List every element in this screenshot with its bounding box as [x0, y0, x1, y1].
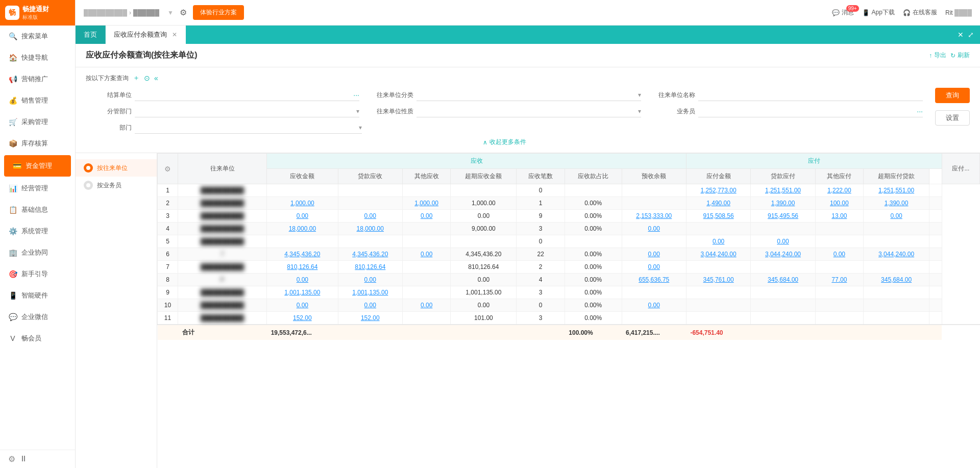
- sidebar-item-smart-hw[interactable]: 📱 智能硬件: [0, 285, 75, 306]
- gear-icon[interactable]: ⚙: [180, 8, 187, 17]
- cell-ar-amount[interactable]: 810,126.64: [267, 261, 338, 274]
- tab-home[interactable]: 首页: [76, 26, 106, 44]
- cell-prepay[interactable]: 0.00: [622, 299, 686, 312]
- cell-ap-amount[interactable]: 1,490.00: [686, 197, 750, 210]
- cell-loan-ap[interactable]: 3,044,240.00: [751, 248, 815, 261]
- filter-collapse-button[interactable]: «: [154, 74, 158, 82]
- cell-other-ap[interactable]: 77.00: [815, 274, 863, 286]
- app-download-button[interactable]: 📱 App下载: [862, 8, 895, 17]
- cell-overdue-ap[interactable]: 1,390.00: [864, 197, 929, 210]
- cell-ar-amount[interactable]: 18,000.00: [267, 223, 338, 235]
- sidebar-item-newbie[interactable]: 🎯 新手引导: [0, 263, 75, 285]
- settlement-unit-dots[interactable]: ···: [353, 91, 359, 99]
- cell-overdue-ap[interactable]: 3,044,240.00: [864, 248, 929, 261]
- left-panel-item-by-unit[interactable]: 按往来单位: [76, 159, 157, 177]
- refresh-button[interactable]: ↻ 刷新: [950, 51, 970, 60]
- salesman-dots[interactable]: ···: [917, 107, 923, 115]
- cell-ar-amount[interactable]: 1,000.00: [267, 197, 338, 210]
- cell-prepay[interactable]: 0.00: [622, 223, 686, 235]
- sidebar-item-enterprise[interactable]: 🏢 企业协同: [0, 242, 75, 263]
- cell-ap-amount[interactable]: 0.00: [686, 235, 750, 248]
- sidebar-item-sales[interactable]: 💰 销售管理: [0, 90, 75, 111]
- cell-other-ap[interactable]: 13.00: [815, 210, 863, 223]
- cell-prepay[interactable]: 655,636.75: [622, 274, 686, 286]
- filter-add-button[interactable]: ＋: [133, 73, 140, 83]
- cell-other-ar[interactable]: 0.00: [402, 248, 450, 261]
- cell-loan-ap[interactable]: 345,684.00: [751, 274, 815, 286]
- filter-target-button[interactable]: ⊙: [144, 74, 150, 82]
- cell-other-ar[interactable]: 0.00: [402, 210, 450, 223]
- sidebar-item-base-info[interactable]: 📋 基础信息: [0, 199, 75, 220]
- cell-loan-ar[interactable]: 0.00: [338, 274, 402, 286]
- cell-loan-ap[interactable]: 0.00: [751, 235, 815, 248]
- unit-name-input[interactable]: [698, 89, 923, 101]
- table-container[interactable]: ⚙ 往来单位 应收 应付 应付... 应收金额 贷款应收 其他应收: [157, 153, 980, 468]
- left-panel-item-by-salesman[interactable]: 按业务员: [76, 177, 157, 194]
- cell-prepay[interactable]: 0.00: [622, 248, 686, 261]
- cell-loan-ar[interactable]: 810,126.64: [338, 261, 402, 274]
- settings-bottom-button[interactable]: ⚙: [8, 454, 15, 464]
- th-settings[interactable]: ⚙: [158, 154, 178, 184]
- cell-other-ar[interactable]: 0.00: [402, 299, 450, 312]
- sidebar-item-quick-nav[interactable]: 🏠 快捷导航: [0, 47, 75, 68]
- user-info[interactable]: Rit ████: [945, 9, 972, 16]
- settings-button[interactable]: 设置: [935, 110, 970, 126]
- cell-ap-amount[interactable]: 915,508.56: [686, 210, 750, 223]
- cell-loan-ap[interactable]: 915,495.56: [751, 210, 815, 223]
- cell-loan-ar[interactable]: 0.00: [338, 210, 402, 223]
- maximize-button[interactable]: ⤢: [968, 31, 974, 39]
- cell-overdue-ap[interactable]: 345,684.00: [864, 274, 929, 286]
- cell-ar-amount[interactable]: 0.00: [267, 210, 338, 223]
- settlement-unit-input[interactable]: ···: [135, 89, 359, 101]
- unit-category-input[interactable]: ▾: [416, 89, 641, 101]
- department-input[interactable]: ▾: [135, 121, 362, 134]
- cell-ar-amount[interactable]: 0.00: [267, 274, 338, 286]
- solution-button[interactable]: 体验行业方案: [193, 5, 244, 20]
- cell-other-ap[interactable]: 0.00: [815, 248, 863, 261]
- sidebar-item-system[interactable]: ⚙️ 系统管理: [0, 220, 75, 242]
- cell-ar-amount[interactable]: 0.00: [267, 299, 338, 312]
- footer-ar-amount[interactable]: 19,553,472,6...: [267, 325, 338, 340]
- cell-ar-amount[interactable]: 4,345,436.20: [267, 248, 338, 261]
- cell-ap-amount[interactable]: 3,044,240.00: [686, 248, 750, 261]
- tab-close-icon[interactable]: ✕: [172, 31, 177, 38]
- cell-ar-amount[interactable]: 1,001,135.00: [267, 286, 338, 299]
- collapse-more-button[interactable]: ∧ 收起更多条件: [86, 138, 923, 146]
- cell-loan-ar[interactable]: 1,001,135.00: [338, 286, 402, 299]
- sidebar-item-search-menu[interactable]: 🔍 搜索菜单: [0, 26, 75, 47]
- cell-other-ap[interactable]: 100.00: [815, 197, 863, 210]
- cell-loan-ar[interactable]: 152.00: [338, 312, 402, 325]
- cell-loan-ap[interactable]: 1,251,551.00: [751, 184, 815, 197]
- sidebar-item-purchase[interactable]: 🛒 采购管理: [0, 111, 75, 133]
- collapse-sidebar-button[interactable]: ⏸: [19, 454, 28, 464]
- cell-ap-amount[interactable]: 345,761.00: [686, 274, 750, 286]
- cell-loan-ar[interactable]: 18,000.00: [338, 223, 402, 235]
- dept-input[interactable]: ▾: [135, 105, 359, 117]
- footer-prepay[interactable]: 6,417,215....: [622, 325, 686, 340]
- cell-overdue-ap[interactable]: 0.00: [864, 210, 929, 223]
- sidebar-item-finance[interactable]: 💳 资金管理: [4, 155, 71, 177]
- table-settings-icon[interactable]: ⚙: [164, 165, 171, 173]
- cell-other-ap[interactable]: 1,222.00: [815, 184, 863, 197]
- cell-loan-ar[interactable]: 0.00: [338, 299, 402, 312]
- tab-ar-ap[interactable]: 应收应付余额查询 ✕: [106, 26, 186, 44]
- cell-ar-amount[interactable]: 152.00: [267, 312, 338, 325]
- cell-prepay[interactable]: 0.00: [622, 261, 686, 274]
- cell-prepay[interactable]: 2,153,333.00: [622, 210, 686, 223]
- sidebar-item-operation[interactable]: 📊 经营管理: [0, 178, 75, 199]
- close-tab-button[interactable]: ✕: [958, 31, 964, 39]
- unit-nature-input[interactable]: ▾: [416, 105, 641, 117]
- cell-loan-ar[interactable]: 4,345,436.20: [338, 248, 402, 261]
- sidebar-item-vip[interactable]: V 畅会员: [0, 328, 75, 349]
- cell-ap-amount[interactable]: 1,252,773.00: [686, 184, 750, 197]
- cell-loan-ap[interactable]: 1,390.00: [751, 197, 815, 210]
- message-button[interactable]: 💬 消息 99+: [832, 8, 854, 17]
- sidebar-item-marketing[interactable]: 📢 营销推广: [0, 68, 75, 90]
- export-button[interactable]: ↑ 导出: [929, 51, 946, 60]
- breadcrumb-chevron[interactable]: ▼: [167, 9, 174, 16]
- query-button[interactable]: 查询: [935, 88, 970, 103]
- cell-overdue-ap[interactable]: 1,251,551.00: [864, 184, 929, 197]
- sidebar-item-wechat[interactable]: 💬 企业微信: [0, 306, 75, 328]
- sidebar-item-inventory[interactable]: 📦 库存核算: [0, 133, 75, 154]
- cell-other-ar[interactable]: 1,000.00: [402, 197, 450, 210]
